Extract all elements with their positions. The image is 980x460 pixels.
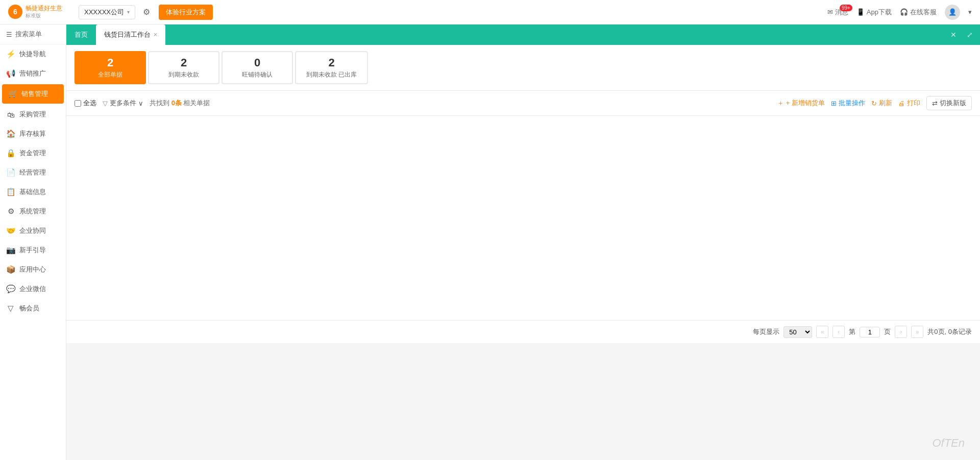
stat-label-all: 全部单据 [86, 70, 135, 79]
finance-icon: 🔒 [6, 149, 15, 158]
sidebar-item-operations[interactable]: 📄 经营管理 [0, 163, 66, 182]
sidebar-item-basics[interactable]: 📋 基础信息 [0, 182, 66, 202]
page-number-input[interactable] [860, 327, 880, 337]
sidebar-item-marketing[interactable]: 📢 营销推广 [0, 64, 66, 83]
page-size-label: 每页显示 [753, 327, 779, 336]
total-records: 共0页, 0条记录 [927, 327, 972, 336]
sidebar-label-member: 畅会员 [19, 304, 39, 313]
app-name: 畅捷通好生意 [26, 5, 62, 12]
batch-operation-button[interactable]: ⊞ 批量操作 [831, 99, 865, 108]
stat-number-overdue: 2 [159, 56, 208, 69]
online-service-label: 在线客服 [910, 8, 937, 17]
message-item[interactable]: ✉ 消息 99+ [827, 8, 848, 17]
tab-expand-button[interactable]: ⤢ [964, 29, 976, 41]
avatar-icon: 👤 [948, 8, 957, 16]
prev-page-button[interactable]: ‹ [832, 326, 845, 338]
stat-card-overdue-shipped[interactable]: 2 到期未收款 已出库 [295, 51, 368, 84]
tab-home-label: 首页 [75, 30, 88, 39]
app-download-label: App下载 [867, 8, 892, 17]
sidebar-label-purchase: 采购管理 [19, 110, 46, 119]
cooperation-icon: 🤝 [6, 226, 15, 235]
switch-icon: ⇄ [932, 100, 938, 107]
user-avatar[interactable]: 👤 [945, 5, 960, 20]
online-service-item[interactable]: 🎧 在线客服 [900, 8, 937, 17]
company-selector[interactable]: XXXXXX公司 ▾ [79, 5, 135, 19]
sidebar-label-appcenter: 应用中心 [19, 265, 46, 274]
print-button[interactable]: 🖨 打印 [898, 99, 920, 108]
tab-active-label: 钱货日清工作台 [104, 30, 151, 39]
sidebar-item-cooperation[interactable]: 🤝 企业协同 [0, 221, 66, 240]
sidebar-item-system[interactable]: ⚙ 系统管理 [0, 202, 66, 221]
filter-label: 更多条件 [110, 99, 136, 108]
sidebar-label-sales: 销售管理 [21, 89, 48, 99]
download-icon: 📱 [856, 8, 865, 16]
sidebar-item-wechat[interactable]: 💬 企业微信 [0, 279, 66, 299]
message-icon: ✉ [827, 8, 833, 16]
batch-icon: ⊞ [831, 100, 837, 107]
sidebar-item-quick-nav[interactable]: ⚡ 快捷导航 [0, 44, 66, 64]
page-unit: 页 [884, 327, 891, 336]
sidebar-label-guide: 新手引导 [19, 246, 46, 255]
sidebar-label-basics: 基础信息 [19, 187, 46, 197]
sidebar-item-appcenter[interactable]: 📦 应用中心 [0, 260, 66, 279]
settings-icon[interactable]: ⚙ [139, 5, 154, 19]
sales-icon: 🛒 [8, 89, 17, 99]
refresh-icon: ↻ [871, 100, 877, 107]
basics-icon: 📋 [6, 187, 15, 197]
sidebar-item-guide[interactable]: 📷 新手引导 [0, 240, 66, 260]
service-icon: 🎧 [900, 8, 908, 16]
switch-new-version-button[interactable]: ⇄ 切换新版 [926, 96, 972, 110]
sidebar-item-finance[interactable]: 🔒 资金管理 [0, 143, 66, 163]
sidebar-item-member[interactable]: ▽ 畅会员 [0, 299, 66, 318]
message-badge: 99+ [840, 5, 852, 11]
stat-number-overdue-shipped: 2 [306, 56, 357, 69]
page-content: 2 全部单据 2 到期未收款 0 旺铺待确认 2 到期未收款 已出库 [66, 45, 980, 460]
sidebar: ☰ 搜索菜单 ⚡ 快捷导航 📢 营销推广 🛒 销售管理 🛍 采购管理 🏠 库存核… [0, 25, 66, 460]
main-layout: ☰ 搜索菜单 ⚡ 快捷导航 📢 营销推广 🛒 销售管理 🛍 采购管理 🏠 库存核… [0, 25, 980, 460]
filter-button[interactable]: ▽ 更多条件 ∨ [103, 99, 143, 108]
page-size-select[interactable]: 50 20 100 [783, 326, 812, 338]
stat-label-overdue: 到期未收款 [159, 70, 208, 79]
app-badge: 标准版 [26, 12, 62, 19]
tab-close-button[interactable]: ✕ [947, 29, 960, 41]
app-download-item[interactable]: 📱 App下载 [856, 8, 892, 17]
stat-number-all: 2 [86, 56, 135, 69]
sidebar-item-purchase[interactable]: 🛍 采购管理 [0, 105, 66, 124]
guide-icon: 📷 [6, 246, 15, 255]
stat-card-pending[interactable]: 0 旺铺待确认 [222, 51, 293, 84]
select-all-checkbox[interactable]: 全选 [75, 99, 96, 108]
sidebar-label-finance: 资金管理 [19, 149, 46, 158]
content-area: 首页 钱货日清工作台 × ✕ ⤢ 2 全部单据 2 到期未收款 [66, 25, 980, 460]
sidebar-item-sales[interactable]: 🛒 销售管理 [2, 84, 64, 104]
tab-active[interactable]: 钱货日清工作台 × [96, 25, 165, 45]
select-all-label: 全选 [83, 99, 96, 108]
try-industry-button[interactable]: 体验行业方案 [159, 5, 213, 20]
add-sales-order-button[interactable]: ＋ + 新增销货单 [777, 99, 825, 108]
stat-card-all[interactable]: 2 全部单据 [75, 51, 146, 84]
sidebar-label-wechat: 企业微信 [19, 284, 46, 294]
last-page-button[interactable]: » [911, 326, 923, 338]
chevron-down-icon-user: ▾ [968, 8, 972, 16]
sidebar-item-inventory[interactable]: 🏠 库存核算 [0, 124, 66, 143]
first-page-button[interactable]: « [816, 326, 828, 338]
search-icon: ☰ [6, 31, 12, 38]
user-name-area[interactable]: ▾ [968, 8, 972, 16]
select-all-input[interactable] [75, 100, 81, 107]
operations-icon: 📄 [6, 168, 15, 177]
wechat-icon: 💬 [6, 284, 15, 294]
chevron-down-filter-icon: ∨ [138, 100, 143, 107]
logo-icon: 6 [8, 5, 22, 19]
stat-number-pending: 0 [233, 56, 282, 69]
refresh-button[interactable]: ↻ 刷新 [871, 99, 892, 108]
sidebar-label-quick-nav: 快捷导航 [19, 50, 46, 59]
sidebar-search[interactable]: ☰ 搜索菜单 [0, 25, 66, 44]
tab-home[interactable]: 首页 [66, 25, 96, 45]
sidebar-label-inventory: 库存核算 [19, 129, 46, 138]
found-text: 共找到 0条 相关单据 [150, 99, 210, 108]
tab-close-icon[interactable]: × [154, 31, 157, 38]
sidebar-label-marketing: 营销推广 [19, 69, 46, 78]
sidebar-label-cooperation: 企业协同 [19, 226, 46, 235]
stat-card-overdue[interactable]: 2 到期未收款 [148, 51, 219, 84]
next-page-button[interactable]: › [895, 326, 907, 338]
header-right: ✉ 消息 99+ 📱 App下载 🎧 在线客服 👤 ▾ [827, 5, 972, 20]
